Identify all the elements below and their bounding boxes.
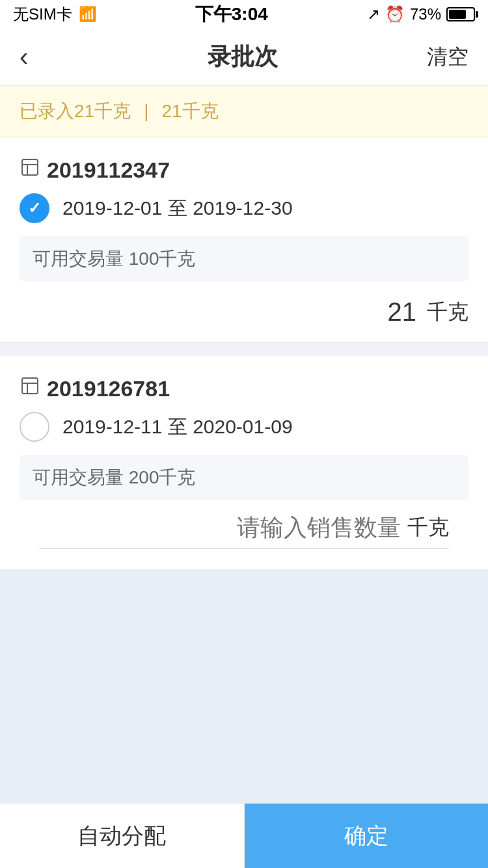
recorded-amount-label: 已录入21千克: [20, 99, 131, 124]
svg-rect-3: [22, 378, 38, 394]
status-left: 无SIM卡 📶: [13, 4, 96, 25]
batch-2-available: 可用交易量 200千克: [20, 455, 468, 500]
banner-divider: |: [144, 101, 148, 122]
svg-rect-0: [22, 159, 38, 175]
content-wrapper: 已录入21千克 | 21千克 2019112347 2019-12-01 至 2…: [0, 86, 488, 868]
confirm-button[interactable]: 确定: [245, 804, 489, 868]
batch-1-amount-unit: 千克: [427, 298, 468, 327]
batch-1-id: 2019112347: [47, 157, 170, 183]
batch-2-input-area: 千克: [0, 500, 488, 569]
nav-bar: ‹ 录批次 清空: [0, 29, 488, 86]
batch-2-input-underline: 千克: [39, 513, 449, 549]
page-title: 录批次: [208, 41, 278, 73]
batch-2-header: 2019126781: [20, 375, 468, 401]
status-time: 下午3:04: [195, 2, 268, 27]
wifi-icon: 📶: [79, 6, 96, 23]
batch-1-amount-row: 21 千克: [0, 282, 488, 343]
status-right: ↗ ⏰ 73%: [367, 5, 475, 23]
batch-1-date: 2019-12-01 至 2019-12-30: [62, 195, 293, 222]
no-sim-label: 无SIM卡: [13, 4, 72, 25]
batch-2-date-row[interactable]: 2019-12-11 至 2020-01-09: [20, 412, 468, 442]
batch-1-date-row[interactable]: 2019-12-01 至 2019-12-30: [20, 193, 468, 223]
info-banner: 已录入21千克 | 21千克: [0, 86, 488, 137]
back-button[interactable]: ‹: [20, 42, 59, 72]
batch-1-icon: [20, 157, 40, 183]
auto-distribute-button[interactable]: 自动分配: [0, 804, 245, 868]
batch-1-header: 2019112347: [20, 157, 468, 183]
battery-icon: [446, 7, 475, 21]
batch-card-1: 2019112347 2019-12-01 至 2019-12-30 可用交易量…: [0, 137, 488, 343]
status-bar: 无SIM卡 📶 下午3:04 ↗ ⏰ 73%: [0, 0, 488, 29]
batch-1-radio[interactable]: [20, 193, 49, 223]
battery-percent: 73%: [410, 5, 441, 23]
batch-card-2-inner: 2019126781 2019-12-11 至 2020-01-09: [0, 356, 488, 442]
clear-button[interactable]: 清空: [427, 43, 468, 72]
batch-1-available: 可用交易量 100千克: [20, 236, 468, 282]
alarm-icon: ⏰: [385, 5, 405, 23]
location-icon: ↗: [367, 5, 380, 23]
batch-2-unit: 千克: [407, 513, 449, 542]
empty-area: [0, 569, 488, 816]
batch-1-amount-value: 21: [388, 297, 417, 327]
footer: 自动分配 确定: [0, 803, 488, 868]
banner-value: 21千克: [161, 99, 218, 124]
batch-2-icon: [20, 375, 40, 401]
batch-card-1-inner: 2019112347 2019-12-01 至 2019-12-30: [0, 137, 488, 223]
batch-2-quantity-input[interactable]: [39, 514, 401, 541]
batch-2-date: 2019-12-11 至 2020-01-09: [62, 414, 293, 441]
batch-2-id: 2019126781: [47, 376, 170, 401]
batch-2-radio[interactable]: [20, 412, 49, 442]
batch-card-2: 2019126781 2019-12-11 至 2020-01-09 可用交易量…: [0, 356, 488, 569]
card-separator-1: [0, 343, 488, 356]
